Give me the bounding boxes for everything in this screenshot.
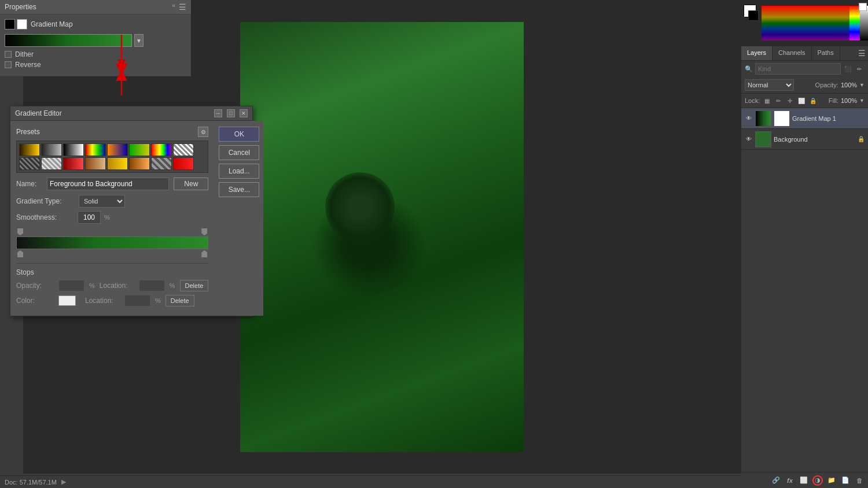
properties-title: Properties	[5, 3, 36, 11]
opacity-chevron[interactable]: ▼	[859, 82, 865, 88]
link-layers-icon[interactable]: 🔗	[771, 475, 781, 486]
dialog-titlebar: Gradient Editor ─ □ ✕	[10, 106, 252, 121]
top-handle-right[interactable]	[201, 228, 207, 235]
preset-multicolor[interactable]	[85, 143, 106, 156]
fill-chevron[interactable]: ▼	[859, 98, 865, 103]
opacity-row: Opacity: 100% ▼	[815, 82, 865, 88]
layer-item-gradient-map[interactable]: 👁 Gradient Map 1	[741, 108, 868, 129]
opacity-stop-input[interactable]	[58, 280, 84, 291]
name-input[interactable]	[47, 178, 169, 190]
fill-value[interactable]: 100%	[841, 97, 857, 104]
tab-paths[interactable]: Paths	[812, 46, 840, 60]
bottom-handles	[16, 250, 208, 257]
gradient-preview-bar[interactable]	[5, 34, 132, 47]
presets-grid	[16, 141, 208, 173]
preset-row2-3[interactable]	[129, 157, 150, 170]
lock-pixels-icon[interactable]: ✏	[774, 96, 783, 105]
filter-pixel-icon[interactable]: ⬛	[843, 64, 852, 73]
preset-row2-4[interactable]	[151, 157, 172, 170]
black-box-icon	[5, 19, 15, 29]
ok-button[interactable]: OK	[219, 127, 259, 142]
background-color[interactable]	[748, 10, 759, 21]
tab-channels[interactable]: Channels	[773, 46, 811, 60]
properties-header: Properties « ☰	[0, 0, 191, 14]
tab-layers[interactable]: Layers	[741, 46, 773, 60]
lock-transparent-icon[interactable]: ▦	[762, 96, 771, 105]
preset-checker[interactable]	[41, 157, 62, 170]
reverse-checkbox[interactable]	[5, 61, 12, 68]
preset-red[interactable]	[63, 157, 84, 170]
opacity-location-input[interactable]	[139, 280, 165, 291]
gradient-bar-container	[16, 228, 208, 257]
gradient-map-label: Gradient Map	[31, 20, 73, 28]
color-delete-btn[interactable]: Delete	[165, 295, 194, 306]
cancel-button[interactable]: Cancel	[219, 145, 259, 160]
collapse-icon[interactable]: «	[172, 2, 175, 12]
opacity-stop-row: Opacity: % Location: % Delete	[16, 280, 208, 291]
load-button[interactable]: Load...	[219, 164, 259, 179]
color-swatch[interactable]	[58, 295, 76, 306]
eye-icon-gradient[interactable]: 👁	[745, 114, 753, 123]
eye-icon-background[interactable]: 👁	[745, 135, 753, 143]
fx-icon[interactable]: fx	[785, 475, 795, 486]
gradient-type-select[interactable]: Solid Noise	[79, 195, 125, 208]
color-stop-row: Color: Location: % Delete	[16, 295, 208, 306]
dither-checkbox[interactable]	[5, 51, 12, 58]
preset-orange[interactable]	[107, 143, 128, 156]
minimize-btn[interactable]: ─	[214, 109, 222, 117]
preset-row2-5[interactable]	[173, 157, 194, 170]
smoothness-input[interactable]	[78, 211, 101, 224]
restore-btn[interactable]: □	[227, 109, 235, 117]
preset-black-yellow[interactable]	[19, 143, 40, 156]
background-thumb	[755, 131, 771, 147]
gradient-main-bar[interactable]	[16, 236, 208, 249]
gradient-map-layer-name: Gradient Map 1	[792, 115, 865, 122]
foreground-background-colors[interactable]	[744, 5, 756, 17]
adjustment-layer-icon[interactable]: ◑	[812, 475, 823, 486]
preset-diagonal2[interactable]	[19, 157, 40, 170]
layers-search-input[interactable]	[755, 63, 841, 75]
lock-all-icon[interactable]: 🔒	[808, 96, 818, 105]
opacity-value[interactable]: 100%	[841, 82, 857, 88]
panel-menu-icon[interactable]: ☰	[179, 2, 186, 12]
color-location-input[interactable]	[124, 295, 150, 306]
lock-position-icon[interactable]: ✛	[785, 96, 795, 105]
close-btn[interactable]: ✕	[240, 109, 248, 117]
opacity-strip[interactable]	[860, 6, 868, 40]
filter-adjustment-icon[interactable]: ✏	[855, 64, 864, 73]
blend-mode-select[interactable]: Normal Multiply Screen	[745, 79, 794, 91]
top-handle-left[interactable]	[17, 228, 23, 235]
layers-panel-menu[interactable]: ☰	[856, 46, 868, 60]
color-location-label: Location:	[85, 297, 120, 305]
presets-label: Presets	[16, 128, 40, 136]
preset-row2-2[interactable]	[107, 157, 128, 170]
new-button[interactable]: New	[174, 178, 208, 190]
preset-black-white[interactable]	[41, 143, 62, 156]
new-group-icon[interactable]: 📁	[826, 475, 837, 486]
reverse-row: Reverse	[5, 61, 186, 69]
add-mask-icon[interactable]: ⬜	[799, 475, 809, 486]
gradient-dropdown-btn[interactable]: ▼	[134, 34, 144, 47]
gradient-map-mask-thumb	[774, 110, 790, 127]
preset-rainbow[interactable]	[151, 143, 172, 156]
bottom-handle-right[interactable]	[201, 250, 207, 257]
lock-artboard-icon[interactable]: ⬜	[797, 96, 806, 105]
properties-panel: Properties « ☰ Gradient Map ▼ Dither Rev…	[0, 0, 191, 76]
new-layer-icon[interactable]: 📄	[840, 475, 851, 486]
preset-green[interactable]	[129, 143, 150, 156]
fill-label: Fill:	[829, 97, 838, 104]
color-spectrum-main[interactable]	[762, 6, 849, 40]
search-icon: 🔍	[745, 65, 753, 73]
save-button[interactable]: Save...	[219, 182, 259, 197]
preset-diagonal1[interactable]	[173, 143, 194, 156]
preset-row2-1[interactable]	[85, 157, 106, 170]
white-box-icon	[17, 19, 27, 29]
action-buttons: OK Cancel Load... Save...	[214, 121, 263, 316]
opacity-delete-btn[interactable]: Delete	[180, 280, 209, 291]
preset-black-white2[interactable]	[63, 143, 84, 156]
delete-layer-icon[interactable]: 🗑	[854, 475, 865, 486]
presets-gear-btn[interactable]: ⚙	[198, 127, 208, 137]
layer-item-background[interactable]: 👁 Background 🔒	[741, 129, 868, 150]
bottom-handle-left[interactable]	[17, 250, 23, 257]
color-hue-strip[interactable]	[849, 6, 860, 40]
